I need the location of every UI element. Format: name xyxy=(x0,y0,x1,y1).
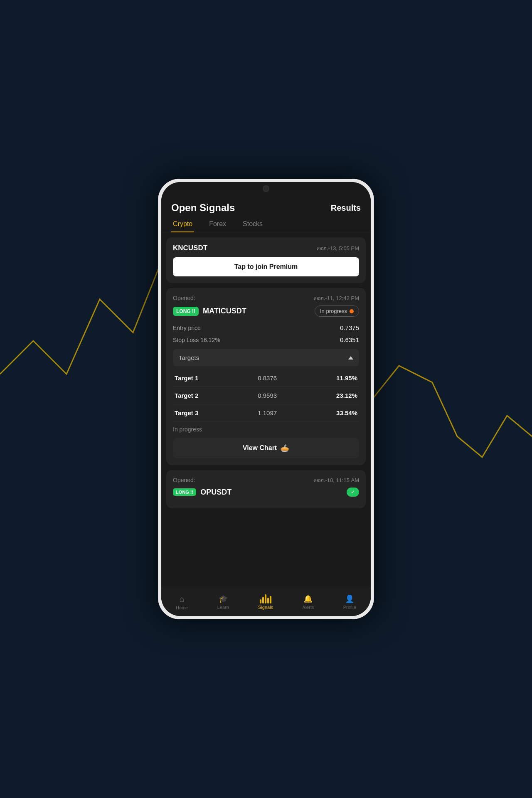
card3-coin: OPUSDT xyxy=(200,488,232,497)
in-progress-label: In progress xyxy=(320,308,347,314)
nav-learn-label: Learn xyxy=(217,605,229,610)
nav-learn[interactable]: 🎓 Learn xyxy=(212,593,234,611)
nav-alerts-label: Alerts xyxy=(302,605,314,610)
bar2 xyxy=(262,597,264,603)
card2-coin: MATICUSDT xyxy=(203,307,246,315)
target-3-row: Target 3 1.1097 33.54% xyxy=(173,404,359,422)
bottom-navigation: ⌂ Home 🎓 Learn Signals xyxy=(161,588,371,616)
tab-stocks[interactable]: Stocks xyxy=(241,217,264,232)
signal-card-opusdt: Opened: июл.-10, 11:15 AM LONG !! OPUSDT… xyxy=(166,470,366,508)
entry-price-value: 0.7375 xyxy=(340,324,359,331)
premium-button[interactable]: Tap to join Premium xyxy=(173,257,359,276)
nav-signals[interactable]: Signals xyxy=(253,593,278,611)
in-progress-dot xyxy=(350,309,354,313)
targets-label: Targets xyxy=(179,354,199,361)
signals-icon xyxy=(260,594,271,603)
bar4 xyxy=(267,598,269,603)
nav-home-label: Home xyxy=(176,605,188,610)
signals-list[interactable]: KNCUSDT июл.-13, 5:05 PM Tap to join Pre… xyxy=(161,237,371,588)
card3-opened-date: июл.-10, 11:15 AM xyxy=(313,477,359,483)
stop-loss-row: Stop Loss 16.12% 0.6351 xyxy=(173,334,359,346)
target-1-price: 0.8376 xyxy=(258,374,277,382)
target-2-name: Target 2 xyxy=(175,392,198,399)
view-chart-button[interactable]: View Chart 🥧 xyxy=(173,438,359,458)
page-title: Open Signals xyxy=(171,202,235,214)
targets-toggle[interactable]: Targets xyxy=(173,349,359,366)
target-1-pct: 11.95% xyxy=(336,374,357,382)
in-progress-badge: In progress xyxy=(315,305,359,317)
entry-price-label: Entry price xyxy=(173,325,201,331)
phone-frame: Open Signals Results Crypto Forex Stocks… xyxy=(158,179,374,619)
nav-profile[interactable]: 👤 Profile xyxy=(338,593,361,611)
home-icon: ⌂ xyxy=(180,594,185,604)
card2-opened-label: Opened: xyxy=(173,295,195,301)
long-badge: LONG !! xyxy=(173,307,199,316)
target-2-row: Target 2 0.9593 23.12% xyxy=(173,387,359,404)
target-1-row: Target 1 0.8376 11.95% xyxy=(173,369,359,387)
bar1 xyxy=(260,599,261,603)
camera-notch xyxy=(263,185,269,192)
signal-card-kncusdt: KNCUSDT июл.-13, 5:05 PM Tap to join Pre… xyxy=(166,237,366,283)
card1-symbol: KNCUSDT xyxy=(173,244,207,252)
card3-status-badge: ✓ xyxy=(347,488,359,497)
phone-screen: Open Signals Results Crypto Forex Stocks… xyxy=(161,182,371,616)
learn-icon: 🎓 xyxy=(219,594,228,603)
alerts-icon: 🔔 xyxy=(303,594,313,603)
card3-header: Opened: июл.-10, 11:15 AM xyxy=(173,477,359,483)
view-chart-label: View Chart xyxy=(243,444,277,452)
card1-date: июл.-13, 5:05 PM xyxy=(317,245,359,251)
target-2-price: 0.9593 xyxy=(258,392,277,399)
stop-loss-label: Stop Loss 16.12% xyxy=(173,337,220,343)
card3-long-badge: LONG !! xyxy=(173,488,196,496)
in-progress-status-text: In progress xyxy=(173,422,359,434)
card3-name-row: LONG !! OPUSDT ✓ xyxy=(173,488,359,497)
target-2-pct: 23.12% xyxy=(336,392,357,399)
card2-opened-date: июл.-11, 12:42 PM xyxy=(313,295,359,301)
bar3 xyxy=(265,594,266,603)
tab-crypto[interactable]: Crypto xyxy=(171,217,194,232)
card1-header: KNCUSDT июл.-13, 5:05 PM xyxy=(173,244,359,252)
card2-opened-row: Opened: июл.-11, 12:42 PM xyxy=(173,295,359,301)
stop-loss-value: 0.6351 xyxy=(340,336,359,343)
chevron-up-icon xyxy=(348,356,353,360)
nav-profile-label: Profile xyxy=(343,605,356,610)
nav-alerts[interactable]: 🔔 Alerts xyxy=(297,593,319,611)
tab-bar: Crypto Forex Stocks xyxy=(161,217,371,232)
chart-icon: 🥧 xyxy=(280,443,289,453)
target-3-price: 1.1097 xyxy=(258,409,277,416)
entry-price-row: Entry price 0.7375 xyxy=(173,322,359,334)
nav-signals-label: Signals xyxy=(258,605,273,610)
status-bar xyxy=(161,182,371,195)
bar5 xyxy=(270,596,271,603)
target-3-pct: 33.54% xyxy=(336,409,357,416)
target-1-name: Target 1 xyxy=(175,374,198,382)
target-3-name: Target 3 xyxy=(175,409,198,416)
results-button[interactable]: Results xyxy=(331,203,361,213)
card2-name-left: LONG !! MATICUSDT xyxy=(173,307,246,316)
card2-name-row: LONG !! MATICUSDT In progress xyxy=(173,305,359,317)
tab-forex[interactable]: Forex xyxy=(207,217,228,232)
screen-content: Open Signals Results Crypto Forex Stocks… xyxy=(161,195,371,616)
card3-opened-label: Opened: xyxy=(173,477,195,483)
page-header: Open Signals Results xyxy=(161,195,371,217)
profile-icon: 👤 xyxy=(345,594,354,603)
nav-home[interactable]: ⌂ Home xyxy=(171,593,193,612)
signal-card-maticusdt: Opened: июл.-11, 12:42 PM LONG !! MATICU… xyxy=(166,288,366,465)
